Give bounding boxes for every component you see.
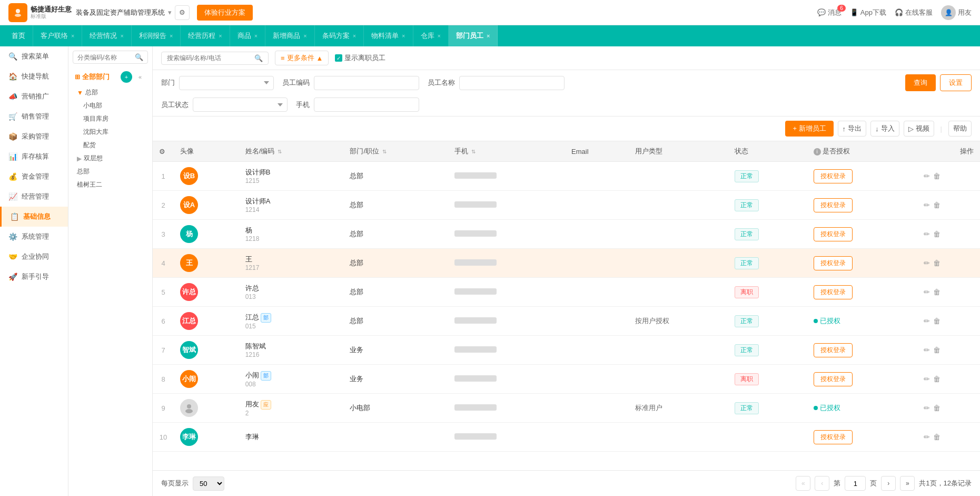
sidebar-item-management[interactable]: 📈 经营管理 (0, 187, 68, 207)
tab-customer-close[interactable]: × (71, 33, 74, 39)
delete-icon[interactable]: 🗑 (933, 259, 941, 267)
more-filter-btn[interactable]: ≡ 更多条件 ▲ (275, 51, 329, 65)
dept-node-peihuo[interactable]: 配货 (73, 139, 148, 152)
auth-login-btn[interactable]: 授权登录 (814, 430, 853, 444)
phone-input[interactable] (314, 98, 419, 112)
last-page-btn[interactable]: » (900, 476, 915, 491)
sidebar-item-marketing[interactable]: 📣 营销推广 (0, 86, 68, 106)
tab-bom-close[interactable]: × (402, 33, 405, 39)
prev-page-btn[interactable]: ‹ (815, 476, 829, 491)
edit-icon[interactable]: ✏ (924, 172, 930, 180)
first-page-btn[interactable]: « (796, 476, 810, 491)
edit-icon[interactable]: ✏ (924, 433, 930, 441)
tab-home[interactable]: 首页 (4, 25, 33, 46)
auth-login-btn[interactable]: 授权登录 (814, 198, 853, 212)
message-action[interactable]: 💬 消息 6 (817, 8, 842, 17)
auth-login-btn[interactable]: 授权登录 (814, 372, 853, 386)
tab-addgoods-close[interactable]: × (303, 33, 306, 39)
delete-icon[interactable]: 🗑 (933, 201, 941, 209)
th-settings[interactable]: ⚙ (153, 141, 174, 162)
dept-node-shuangceng[interactable]: ▶ 双层想 (73, 152, 148, 165)
tab-warehouse-close[interactable]: × (438, 33, 441, 39)
resigned-checkbox[interactable]: ✓ (335, 54, 342, 62)
tab-operations-close[interactable]: × (120, 33, 123, 39)
delete-icon[interactable]: 🗑 (933, 433, 941, 441)
tab-customer[interactable]: 客户联络 × (33, 25, 82, 46)
tab-barcode[interactable]: 条码方案 × (315, 25, 364, 46)
edit-icon[interactable]: ✏ (924, 259, 930, 267)
tab-barcode-close[interactable]: × (353, 33, 356, 39)
tab-history-close[interactable]: × (219, 33, 222, 39)
tab-operations[interactable]: 经营情况 × (82, 25, 131, 46)
sidebar-item-purchase[interactable]: 📦 采购管理 (0, 127, 68, 147)
dept-select[interactable] (179, 76, 274, 90)
show-resigned-toggle[interactable]: ✓ 显示离职员工 (335, 53, 385, 63)
user-action[interactable]: 👤 用友 (941, 5, 972, 20)
auth-login-btn[interactable]: 授权登录 (814, 256, 853, 270)
emp-name-input[interactable] (459, 76, 565, 90)
delete-icon[interactable]: 🗑 (933, 230, 941, 238)
dept-node-zhishu[interactable]: 植树王二 (73, 178, 148, 191)
tab-employee-close[interactable]: × (487, 33, 490, 39)
export-button[interactable]: ↑ 导出 (838, 121, 867, 137)
sidebar-item-search[interactable]: 🔍 搜索菜单 (0, 46, 68, 66)
tab-employee[interactable]: 部门员工 × (449, 25, 498, 46)
dept-all-btn[interactable]: ⊞ 全部部门 (75, 72, 110, 82)
auth-login-btn[interactable]: 授权登录 (814, 285, 853, 299)
next-page-btn[interactable]: › (881, 476, 896, 491)
tab-goods[interactable]: 商品 × (230, 25, 265, 46)
delete-icon[interactable]: 🗑 (933, 404, 941, 412)
dept-node-zongbu2[interactable]: 总部 (73, 165, 148, 178)
delete-icon[interactable]: 🗑 (933, 375, 941, 383)
add-employee-button[interactable]: + 新增员工 (785, 121, 833, 137)
per-page-select[interactable]: 50 100 (193, 476, 224, 491)
tab-history[interactable]: 经营历程 × (181, 25, 230, 46)
tab-profit[interactable]: 利润报告 × (132, 25, 181, 46)
sidebar-item-guide[interactable]: 🚀 新手引导 (0, 267, 68, 287)
auth-login-btn[interactable]: 授权登录 (814, 169, 853, 183)
edit-icon[interactable]: ✏ (924, 230, 930, 238)
search-input[interactable] (167, 54, 251, 62)
edit-icon[interactable]: ✏ (924, 201, 930, 209)
delete-icon[interactable]: 🗑 (933, 172, 941, 180)
dept-collapse-icon[interactable]: « (134, 71, 146, 83)
th-dept[interactable]: 部门/职位 ⇅ (343, 141, 448, 162)
import-button[interactable]: ↓ 导入 (870, 121, 899, 137)
search-button[interactable]: 查询 (905, 74, 936, 91)
system-dropdown-icon[interactable]: ▾ (168, 8, 172, 16)
edit-icon[interactable]: ✏ (924, 404, 930, 412)
dept-node-headquarters[interactable]: ▼ 总部 (73, 86, 148, 99)
dept-node-xiangmu[interactable]: 项目库房 (73, 112, 148, 125)
auth-login-btn[interactable]: 授权登录 (814, 343, 853, 357)
help-button[interactable]: 帮助 (948, 121, 972, 137)
auth-login-btn[interactable]: 授权登录 (814, 227, 853, 241)
dept-node-xiaodibu[interactable]: 小电部 (73, 99, 148, 112)
settings-icon[interactable]: ⚙ (175, 5, 190, 20)
page-number-input[interactable] (845, 476, 866, 491)
edit-icon[interactable]: ✏ (924, 317, 930, 325)
tab-bom[interactable]: 物料清单 × (364, 25, 413, 46)
online-service-action[interactable]: 🎧 在线客服 (895, 8, 933, 17)
delete-icon[interactable]: 🗑 (933, 317, 941, 325)
dept-node-shenyang[interactable]: 沈阳大库 (73, 125, 148, 139)
sidebar-item-nav[interactable]: 🏠 快捷导航 (0, 66, 68, 86)
sidebar-item-collab[interactable]: 🤝 企业协同 (0, 247, 68, 267)
sidebar-item-basicinfo[interactable]: 📋 基础信息 (0, 207, 68, 227)
emp-code-input[interactable] (314, 76, 419, 90)
sidebar-item-sales[interactable]: 🛒 销售管理 (0, 106, 68, 127)
sidebar-item-finance[interactable]: 💰 资金管理 (0, 167, 68, 187)
dept-add-icon[interactable]: + (121, 71, 132, 83)
delete-icon[interactable]: 🗑 (933, 346, 941, 354)
edit-icon[interactable]: ✏ (924, 288, 930, 296)
edit-icon[interactable]: ✏ (924, 375, 930, 383)
video-button[interactable]: ▷ 视频 (904, 121, 934, 137)
tab-goods-close[interactable]: × (254, 33, 258, 39)
tab-warehouse[interactable]: 仓库 × (413, 25, 449, 46)
trial-button[interactable]: 体验行业方案 (197, 5, 253, 21)
app-download-action[interactable]: 📱 App下载 (850, 8, 886, 17)
edit-icon[interactable]: ✏ (924, 346, 930, 354)
settings-button[interactable]: 设置 (940, 74, 972, 91)
dept-search-input[interactable] (77, 54, 133, 61)
tab-profit-close[interactable]: × (170, 33, 173, 39)
dept-search-box[interactable]: 🔍 (73, 51, 148, 64)
